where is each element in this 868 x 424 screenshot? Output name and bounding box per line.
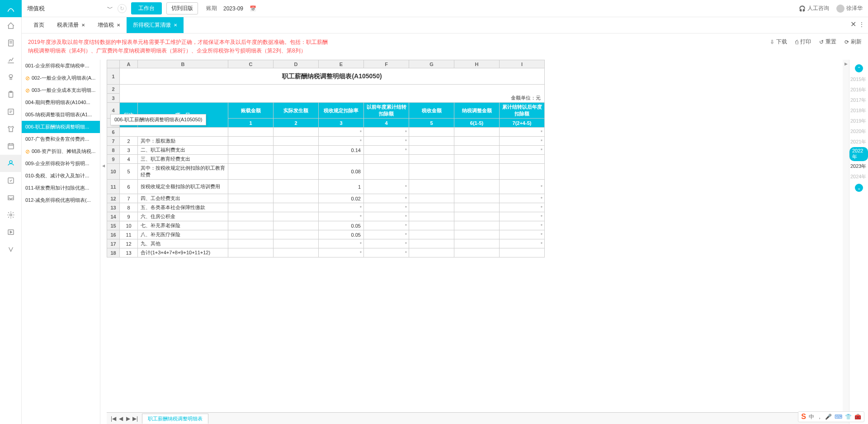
- svg-point-6: [9, 214, 12, 216]
- tab[interactable]: 所得税汇算清缴✕: [127, 17, 184, 33]
- table-row[interactable]: 94三、职工教育经费支出: [107, 155, 545, 164]
- ime-s-icon: S: [801, 413, 806, 421]
- toolbox-icon[interactable]: 🧰: [854, 414, 861, 420]
- ime-bar[interactable]: S 中 ， 🎤 ⌨ 👕 🧰: [798, 411, 864, 422]
- table-row[interactable]: 127四、工会经费支出0.02**: [107, 194, 545, 203]
- sheet-tabs: |◀◀▶▶| 职工薪酬纳税调整明细表: [107, 412, 843, 424]
- year-item[interactable]: 2021年: [849, 137, 868, 147]
- collapse-handle[interactable]: [100, 60, 107, 424]
- refresh-circle-icon[interactable]: ↻: [118, 4, 127, 13]
- tab[interactable]: 税表清册✕: [51, 17, 91, 33]
- workbench-button[interactable]: 工作台: [131, 2, 162, 14]
- calendar-icon[interactable]: [0, 138, 22, 155]
- scroll-up-icon[interactable]: ⌃: [855, 64, 863, 72]
- year-item[interactable]: 2024年: [849, 172, 868, 182]
- left-nav-rail: [0, 0, 22, 424]
- table-row[interactable]: 149六、住房公积金***: [107, 212, 545, 221]
- settings-icon[interactable]: [0, 206, 22, 224]
- support-link[interactable]: 🎧人工咨询: [799, 5, 829, 12]
- v-icon[interactable]: [0, 241, 22, 258]
- year-item[interactable]: 2020年: [849, 126, 868, 137]
- next-icon[interactable]: ▶: [125, 415, 131, 422]
- year-item[interactable]: 2016年: [849, 85, 868, 95]
- close-icon[interactable]: ✕: [174, 23, 177, 28]
- chart-icon[interactable]: [0, 52, 22, 69]
- form-list-item[interactable]: 012-减免所得税优惠明细表(...: [22, 194, 100, 206]
- year-item[interactable]: 2018年: [849, 105, 868, 116]
- year-item[interactable]: 2015年: [849, 74, 868, 85]
- download-button[interactable]: ⇩下载: [770, 38, 787, 46]
- money-icon[interactable]: [0, 69, 22, 86]
- last-icon[interactable]: ▶|: [132, 415, 138, 422]
- table-row[interactable]: 1510七、补充养老保险0.05**: [107, 221, 545, 230]
- old-version-button[interactable]: 切到旧版: [166, 2, 198, 14]
- reset-button[interactable]: ↺重置: [819, 38, 836, 46]
- print-icon: ⎙: [795, 39, 798, 45]
- home-icon[interactable]: [0, 17, 22, 34]
- period-value[interactable]: 2023-09: [223, 5, 243, 12]
- skin-icon[interactable]: 👕: [845, 414, 852, 420]
- form-list-item[interactable]: ⊘008-资产折旧、摊销及纳税...: [22, 145, 100, 157]
- table-row[interactable]: 1813合计(1+3+4+7+8+9+10+11+12)**: [107, 248, 545, 257]
- form-list-item[interactable]: 009-企业所得税弥补亏损明...: [22, 157, 100, 170]
- table-row[interactable]: 72其中：股权激励***: [107, 137, 545, 146]
- tabs-bar: 首页税表清册✕增值税✕所得税汇算清缴✕ ✕ ⋮: [22, 17, 868, 33]
- year-item[interactable]: 2019年: [849, 116, 868, 126]
- topbar: 增值税 ﹀ ↻ 工作台 切到旧版 账期 2023-09 📅 🎧人工咨询 徐泽华: [22, 0, 868, 17]
- unit-label: 金额单位：元: [120, 94, 545, 103]
- table-row[interactable]: 116按税收规定全额扣除的职工培训费用1**: [107, 180, 545, 194]
- chevron-down-icon: ﹀: [107, 5, 113, 13]
- tabs-menu-icon[interactable]: ⋮: [859, 21, 864, 28]
- logo-icon[interactable]: [0, 0, 22, 17]
- form-list: 001-企业所得税年度纳税申...⊘002-一般企业收入明细表(A...⊘003…: [22, 60, 100, 424]
- archive-icon[interactable]: [0, 172, 22, 189]
- close-icon[interactable]: ✕: [117, 23, 120, 28]
- doc-icon[interactable]: [0, 34, 22, 52]
- refresh-button[interactable]: ⟳刷新: [844, 38, 862, 46]
- year-item[interactable]: 2022年: [849, 147, 868, 161]
- user-menu[interactable]: 徐泽华: [836, 5, 863, 13]
- tab[interactable]: 首页: [27, 17, 51, 33]
- clipboard-icon[interactable]: [0, 86, 22, 103]
- keyboard-icon[interactable]: ⌨: [835, 414, 842, 420]
- year-item[interactable]: 2017年: [849, 95, 868, 105]
- year-item[interactable]: 2023年: [849, 161, 868, 172]
- inbox-icon[interactable]: [0, 189, 22, 206]
- table-row[interactable]: 105其中：按税收规定比例扣除的职工教育经费0.08: [107, 164, 545, 180]
- scroll-down-icon[interactable]: ⌄: [855, 184, 863, 192]
- mic-icon[interactable]: 🎤: [825, 414, 832, 420]
- video-icon[interactable]: [0, 224, 22, 241]
- tax-type-select[interactable]: 增值税 ﹀: [27, 5, 113, 13]
- spreadsheet[interactable]: ABCDEFGHI 1职工薪酬纳税调整明细表(A105050) 2 3金额单位：…: [107, 60, 545, 257]
- form-list-item[interactable]: 011-研发费用加计扣除优惠...: [22, 182, 100, 194]
- form-list-item[interactable]: 001-企业所得税年度纳税申...: [22, 60, 100, 72]
- table-row[interactable]: 138五、各类基本社会保障性缴款***: [107, 203, 545, 212]
- close-icon[interactable]: ✕: [81, 23, 85, 28]
- table-row[interactable]: 83二、职工福利费支出0.14**: [107, 146, 545, 155]
- first-icon[interactable]: |◀: [110, 415, 117, 422]
- avatar-icon: [836, 5, 844, 13]
- tax-type-label: 增值税: [27, 5, 45, 13]
- headset-icon: 🎧: [799, 5, 806, 12]
- form-list-item[interactable]: 010-免税、减计收入及加计...: [22, 170, 100, 182]
- prev-icon[interactable]: ◀: [118, 415, 124, 422]
- form-list-item[interactable]: 005-纳税调整项目明细表(A1...: [22, 109, 100, 121]
- form-list-item[interactable]: ⊘003-一般企业成本支出明细...: [22, 84, 100, 96]
- expand-right-icon[interactable]: ▶: [844, 62, 848, 66]
- calendar-picker-icon[interactable]: 📅: [250, 5, 256, 12]
- shirt-icon[interactable]: [0, 120, 22, 138]
- warn-icon: ⊘: [25, 87, 30, 94]
- table-row[interactable]: 1712九、其他***: [107, 239, 545, 248]
- table-row[interactable]: 1611八、补充医疗保险0.05**: [107, 230, 545, 239]
- sheet-tab[interactable]: 职工薪酬纳税调整明细表: [142, 414, 208, 424]
- tab[interactable]: 增值税✕: [91, 17, 127, 33]
- form-list-item[interactable]: ⊘002-一般企业收入明细表(A...: [22, 72, 100, 84]
- form-list-item[interactable]: 006-职工薪酬纳税调整明细...: [22, 121, 100, 133]
- period-label: 账期: [206, 5, 217, 12]
- print-button[interactable]: ⎙打印: [795, 38, 811, 46]
- form-list-item[interactable]: 007-广告费和业务宣传费跨...: [22, 133, 100, 145]
- report-icon[interactable]: [0, 103, 22, 120]
- close-all-tabs-icon[interactable]: ✕: [850, 20, 856, 29]
- tax-icon[interactable]: [0, 155, 22, 172]
- form-list-item[interactable]: 004-期间费用明细表(A1040...: [22, 96, 100, 109]
